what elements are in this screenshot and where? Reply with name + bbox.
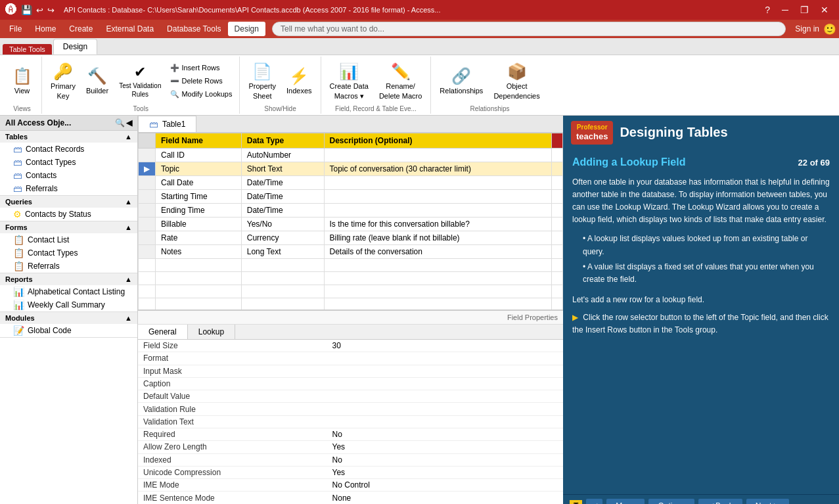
prop-value-caption[interactable] [327,377,563,390]
test-validation-button[interactable]: ✔ Test ValidationRules [114,60,166,103]
table-row[interactable]: ▶ Topic Short Text Topic of conversation… [139,162,563,176]
data-type-rate[interactable]: Currency [241,231,324,245]
primary-key-button[interactable]: 🔑 PrimaryKey [46,58,80,104]
desc-notes[interactable]: Details of the conversation [324,245,552,259]
data-type-call-id[interactable]: AutoNumber [241,149,324,162]
rename-delete-macro-button[interactable]: ✏️ Rename/Delete Macro [374,58,426,104]
prop-value-ime-sentence-mode[interactable]: None [327,492,563,504]
menu-item-file[interactable]: File [3,22,28,36]
field-name-notes[interactable]: Notes [156,245,242,259]
sidebar-section-reports-header[interactable]: Reports ▲ [0,273,137,285]
data-type-ending-time[interactable]: Date/Time [241,204,324,218]
sidebar-search-icon[interactable]: 🔍 [115,118,125,127]
sidebar-item-contact-list[interactable]: 📋 Contact List [0,233,137,246]
table-row-empty-4[interactable] [139,298,563,311]
prop-value-unicode-compression[interactable]: Yes [327,466,563,478]
sign-in[interactable]: Sign in [795,24,819,34]
minimize-icon[interactable]: ─ [777,3,794,16]
table-row[interactable]: Call Date Date/Time [139,176,563,190]
sidebar-item-weekly-call-summary[interactable]: 📊 Weekly Call Summary [0,298,137,311]
sidebar-item-contact-records[interactable]: 🗃 Contact Records [0,143,137,156]
field-name-topic[interactable]: Topic [156,162,242,176]
field-name-billable[interactable]: Billable [156,218,242,231]
tab-table1[interactable]: 🗃 Table1 [138,116,196,132]
sidebar-section-queries-header[interactable]: Queries ▲ [0,196,137,208]
help-nav-next-button[interactable]: Next ▶ [746,499,789,504]
data-type-notes[interactable]: Long Text [241,245,324,259]
prop-value-input-mask[interactable] [327,365,563,377]
menu-item-external-data[interactable]: External Data [99,22,160,36]
desc-call-id[interactable] [324,149,552,162]
desc-ending-time[interactable] [324,204,552,218]
prop-value-validation-rule[interactable] [327,403,563,415]
field-name-call-date[interactable]: Call Date [156,176,242,190]
redo-icon[interactable]: ↪ [47,5,55,15]
data-type-starting-time[interactable]: Date/Time [241,190,324,204]
property-sheet-button[interactable]: 📄 PropertySheet [244,58,281,104]
view-button[interactable]: 📋 View [8,62,37,99]
desc-call-date[interactable] [324,176,552,190]
sidebar-item-contacts[interactable]: 🗃 Contacts [0,169,137,182]
sidebar-section-tables-header[interactable]: Tables ▲ [0,131,137,143]
object-dependencies-button[interactable]: 📦 ObjectDependencies [489,58,544,104]
row-selector-notes[interactable] [139,245,156,259]
desc-rate[interactable]: Billing rate (leave blank if not billabl… [324,231,552,245]
prop-value-allow-zero-length[interactable]: Yes [327,441,563,453]
builder-button[interactable]: 🔨 Builder [81,62,113,99]
relationships-button[interactable]: 🔗 Relationships [435,62,488,99]
field-name-ending-time[interactable]: Ending Time [156,204,242,218]
sidebar-section-forms-header[interactable]: Forms ▲ [0,221,137,233]
row-selector-ending-time[interactable] [139,204,156,218]
help-nav-options-button[interactable]: Options [648,499,694,504]
row-selector-starting-time[interactable] [139,190,156,204]
menu-item-create[interactable]: Create [62,22,99,36]
prop-value-required[interactable]: No [327,428,563,440]
prop-value-field-size[interactable]: 30 [327,340,563,352]
row-selector-1[interactable] [139,149,156,162]
row-selector-billable[interactable] [139,218,156,231]
prop-tab-lookup[interactable]: Lookup [188,325,235,339]
prop-value-indexed[interactable]: No [327,453,563,466]
create-data-macros-button[interactable]: 📊 Create DataMacros ▾ [325,58,373,104]
desc-billable[interactable]: Is the time for this conversation billab… [324,218,552,231]
restore-icon[interactable]: ❐ [795,3,814,16]
help-nav-menu-button[interactable]: Menu [606,499,645,504]
desc-topic[interactable]: Topic of conversation (30 character limi… [324,162,552,176]
prop-value-ime-mode[interactable]: No Control [327,479,563,492]
sidebar-item-alphabetical-contact-listing[interactable]: 📊 Alphabetical Contact Listing [0,285,137,298]
row-selector-call-date[interactable] [139,176,156,190]
table-row-empty-2[interactable] [139,272,563,285]
help-nav-back-button[interactable]: ◀ Back [698,499,742,504]
insert-rows-button[interactable]: ➕ Insert Rows [167,62,235,74]
prop-value-validation-text[interactable] [327,415,563,428]
row-selector-rate[interactable] [139,231,156,245]
sidebar-item-referrals-form[interactable]: 📋 Referrals [0,260,137,273]
help-icon[interactable]: ? [760,3,775,16]
table-row[interactable]: Billable Yes/No Is the time for this con… [139,218,563,231]
table-row-empty-1[interactable] [139,259,563,272]
prop-value-default-value[interactable] [327,390,563,403]
prop-value-format[interactable] [327,352,563,365]
sidebar-item-referrals-table[interactable]: 🗃 Referrals [0,182,137,195]
sidebar-item-contact-types-table[interactable]: 🗃 Contact Types [0,156,137,169]
data-type-billable[interactable]: Yes/No [241,218,324,231]
table-row-empty-3[interactable] [139,285,563,298]
undo-icon[interactable]: ↩ [36,5,43,15]
prop-tab-general[interactable]: General [138,325,188,339]
field-name-starting-time[interactable]: Starting Time [156,190,242,204]
sidebar-item-contact-types-form[interactable]: 📋 Contact Types [0,246,137,260]
data-type-call-date[interactable]: Date/Time [241,176,324,190]
row-selector-topic[interactable]: ▶ [139,162,156,176]
table-row[interactable]: Ending Time Date/Time [139,204,563,218]
data-type-topic[interactable]: Short Text [241,162,324,176]
sidebar-item-global-code[interactable]: 📝 Global Code [0,324,137,337]
modify-lookups-button[interactable]: 🔍 Modify Lookups [167,88,235,101]
field-name-call-id[interactable]: Call ID [156,149,242,162]
sidebar-section-modules-header[interactable]: Modules ▲ [0,312,137,324]
sidebar-collapse-icon[interactable]: ◀ [126,118,132,127]
table-row[interactable]: Rate Currency Billing rate (leave blank … [139,231,563,245]
menu-item-database-tools[interactable]: Database Tools [160,22,228,36]
table-row[interactable]: Notes Long Text Details of the conversat… [139,245,563,259]
save-icon[interactable]: 💾 [21,5,32,15]
search-bar[interactable]: Tell me what you want to do... [272,22,786,36]
